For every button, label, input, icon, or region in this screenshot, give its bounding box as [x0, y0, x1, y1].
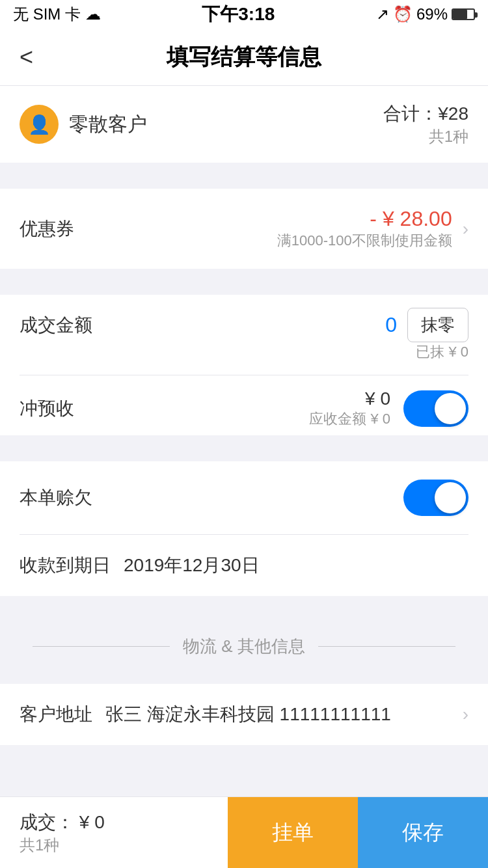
status-time: 下午3:18 — [202, 2, 275, 27]
nav-bar: < 填写结算等信息 — [0, 29, 488, 86]
coupon-section: 优惠券 - ¥ 28.00 满1000-100不限制使用金额 › — [0, 189, 488, 269]
footer-info: 成交： ¥ 0 共1种 — [0, 797, 228, 868]
alarm-icon: ⏰ — [393, 5, 413, 23]
customer-count: 共1种 — [383, 126, 468, 147]
deal-amount-label: 成交金额 — [20, 313, 92, 338]
customer-total: 合计：¥28 — [383, 102, 468, 126]
battery-icon — [452, 8, 475, 20]
battery-text: 69% — [416, 5, 448, 23]
deal-amount-section: 成交金额 0 抹零 已抹 ¥ 0 冲预收 ¥ 0 应收金额 ¥ 0 — [0, 295, 488, 435]
prepay-row: 冲预收 ¥ 0 应收金额 ¥ 0 — [0, 375, 488, 435]
credit-label: 本单赊欠 — [20, 485, 92, 510]
coupon-discount: - ¥ 28.00 — [277, 207, 452, 231]
credit-section: 本单赊欠 收款到期日 2019年12月30日 — [0, 461, 488, 596]
footer-count: 共1种 — [20, 835, 208, 856]
hold-button[interactable]: 挂单 — [228, 797, 358, 868]
logistics-label: 物流 & 其他信息 — [183, 635, 305, 658]
coupon-desc: 满1000-100不限制使用金额 — [277, 231, 452, 251]
sim-wifi-text: 无 SIM 卡 ☁ — [13, 4, 101, 25]
location-icon: ↗ — [376, 5, 389, 23]
address-value: 张三 海淀永丰科技园 11111111111 — [105, 702, 463, 727]
deal-amount-sub: 已抹 ¥ 0 — [20, 342, 468, 368]
round-off-button[interactable]: 抹零 — [407, 308, 468, 342]
address-label: 客户地址 — [20, 702, 92, 727]
address-row[interactable]: 客户地址 张三 海淀永丰科技园 11111111111 › — [0, 684, 488, 745]
prepay-label: 冲预收 — [20, 396, 74, 421]
logistics-header: 物流 & 其他信息 — [0, 622, 488, 671]
due-date-label: 收款到期日 — [20, 553, 111, 578]
customer-section: 👤 零散客户 合计：¥28 共1种 — [0, 86, 488, 163]
prepay-sub: 应收金额 ¥ 0 — [309, 409, 390, 429]
status-bar: 无 SIM 卡 ☁ 下午3:18 ↗ ⏰ 69% — [0, 0, 488, 29]
save-button[interactable]: 保存 — [358, 797, 488, 868]
customer-name: 零散客户 — [69, 111, 147, 138]
address-section: 客户地址 张三 海淀永丰科技园 11111111111 › — [0, 684, 488, 745]
back-button[interactable]: < — [13, 37, 40, 77]
coupon-label: 优惠券 — [20, 217, 74, 241]
chevron-right-icon: › — [463, 219, 468, 239]
chevron-right-icon: › — [463, 704, 468, 725]
footer-deal-value: ¥ 0 — [79, 812, 105, 832]
footer: 成交： ¥ 0 共1种 挂单 保存 — [0, 796, 488, 868]
deal-amount-row: 成交金额 0 抹零 已抹 ¥ 0 — [0, 295, 488, 375]
status-left: 无 SIM 卡 ☁ — [13, 4, 101, 25]
credit-toggle[interactable] — [403, 480, 468, 516]
customer-row: 👤 零散客户 合计：¥28 共1种 — [0, 86, 488, 163]
due-date-value: 2019年12月30日 — [124, 553, 260, 578]
coupon-row[interactable]: 优惠券 - ¥ 28.00 满1000-100不限制使用金额 › — [0, 189, 488, 269]
credit-row: 本单赊欠 — [0, 461, 488, 534]
toggle-knob — [435, 393, 466, 424]
customer-avatar: 👤 — [20, 105, 59, 144]
footer-deal: 成交： ¥ 0 — [20, 810, 208, 835]
status-right: ↗ ⏰ 69% — [376, 5, 475, 23]
person-icon: 👤 — [28, 114, 51, 135]
deal-amount-value: 0 — [385, 313, 397, 337]
prepay-amount: ¥ 0 — [309, 388, 390, 409]
prepay-toggle[interactable] — [403, 390, 468, 427]
due-date-row: 收款到期日 2019年12月30日 — [0, 535, 488, 596]
page-title: 填写结算等信息 — [167, 42, 321, 72]
toggle-knob — [435, 482, 466, 513]
footer-deal-label: 成交： — [20, 812, 74, 832]
